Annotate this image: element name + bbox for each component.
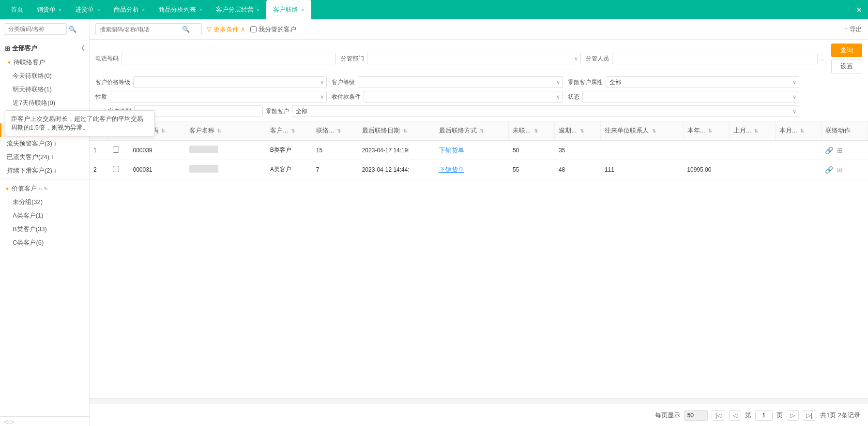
col-last-month[interactable]: 上月... ⇅ [729, 121, 775, 140]
search-input[interactable] [100, 26, 182, 33]
all-customers-title[interactable]: ⊞ 全部客户 《 [0, 41, 89, 56]
filter-pay-condition-input[interactable] [364, 91, 563, 103]
col-name[interactable]: 客户名称 ⇅ [185, 121, 266, 140]
filter-dept-input[interactable] [367, 53, 581, 64]
sidebar-item-declining[interactable]: 持续下滑客户(2) ℹ [0, 164, 89, 177]
edit-icon[interactable]: ○ ✎ [39, 186, 48, 192]
col-contact2[interactable]: 往来单位联系人 ⇅ [601, 121, 683, 140]
sort-this-year-icon[interactable]: ⇅ [708, 128, 712, 133]
td-checkbox-1[interactable] [109, 140, 129, 160]
sidebar-item-churn-warning[interactable]: 流失预警客户(3) ℹ [0, 137, 89, 150]
row1-checkbox[interactable] [113, 147, 119, 153]
sidebar-item-tomorrow[interactable]: 明天待联络(1) [0, 83, 89, 96]
td-type-1: B类客户 [266, 140, 312, 160]
value-arrow-icon: ▼ [5, 186, 10, 191]
sort-code-icon[interactable]: ⇅ [161, 128, 165, 133]
sort-contact-icon[interactable]: ⇅ [337, 128, 341, 133]
export-button[interactable]: ↑ 导出 [845, 25, 863, 34]
filter-level-input[interactable] [358, 76, 563, 88]
grid-icon-2[interactable]: ⊞ [837, 166, 843, 174]
window-close-icon[interactable]: ✕ [856, 5, 862, 15]
collapse-icon[interactable]: 《 [78, 44, 84, 53]
col-last-date[interactable]: 最后联络日期 ⇅ [358, 121, 435, 140]
nav-customer-contact[interactable]: 客户联络 × [266, 0, 311, 19]
close-customer-contact-icon[interactable]: × [301, 7, 304, 13]
nav-home[interactable]: 首页 [4, 0, 30, 19]
close-product-analysis-icon[interactable]: × [142, 7, 145, 13]
close-sales-icon[interactable]: × [59, 7, 61, 13]
group-pending-contact[interactable]: ▼ 待联络客户 [0, 56, 89, 69]
filter-retail-attr-input[interactable] [606, 76, 799, 88]
col-overdue[interactable]: 逾期... ⇅ [555, 121, 601, 140]
td-checkbox-2[interactable] [109, 160, 129, 179]
nav-product-analysis[interactable]: 商品分析 × [107, 0, 152, 19]
sort-this-month-icon[interactable]: ⇅ [800, 128, 804, 133]
filter-status-input[interactable] [582, 91, 799, 103]
filter-dept: 分管部门 ∨ [341, 53, 581, 64]
col-last-method[interactable]: 最后联络方式 ⇅ [435, 121, 509, 140]
sort-name-icon[interactable]: ⇅ [217, 128, 221, 133]
sidebar-item-class-a[interactable]: A类客户(1) [0, 209, 89, 222]
toolbar: 🔍 ▽ 更多条件 ∧ 我分管的客户 ↑ 导出 [90, 19, 868, 40]
page-number-input[interactable] [755, 410, 773, 421]
toolbar-search-icon[interactable]: 🔍 [182, 26, 190, 33]
query-button[interactable]: 查询 [831, 44, 862, 57]
sidebar-item-churned[interactable]: 已流失客户(24) ℹ [0, 150, 89, 164]
next-page-button[interactable]: ▷ [787, 410, 799, 421]
sidebar-search-input[interactable] [4, 23, 67, 35]
sort-overdue-icon[interactable]: ⇅ [580, 128, 584, 133]
filter-gender-input[interactable] [110, 91, 327, 103]
td-last-method-1[interactable]: 下销货单 [435, 140, 509, 160]
scrollbar-area[interactable] [90, 398, 868, 404]
filter-phone-input[interactable] [122, 53, 336, 64]
sidebar-item-7days[interactable]: 近7天待联络(0) [0, 96, 89, 110]
settings-button[interactable]: 设置 [831, 59, 862, 73]
td-last-method-2[interactable]: 下销货单 [435, 160, 509, 179]
first-page-button[interactable]: |◁ [712, 410, 725, 421]
col-contact[interactable]: 联络... ⇅ [312, 121, 358, 140]
filter-price-level-input[interactable] [133, 76, 327, 88]
sidebar-search-icon[interactable]: 🔍 [69, 26, 76, 33]
sort-contact2-icon[interactable]: ⇅ [652, 128, 656, 133]
row2-checkbox[interactable] [113, 166, 119, 172]
close-product-list-icon[interactable]: × [199, 7, 202, 13]
sidebar-item-today[interactable]: 今天待联络(0) [0, 69, 89, 83]
grid-icon-1[interactable]: ⊞ [837, 147, 843, 154]
sidebar-item-class-c[interactable]: C类客户(6) [0, 236, 89, 250]
link-icon-2[interactable]: 🔗 [825, 166, 833, 174]
filter-retail-customer-input[interactable] [292, 105, 799, 117]
sort-last-method-icon[interactable]: ⇅ [480, 128, 484, 133]
col-this-month[interactable]: 本月... ⇅ [775, 121, 821, 140]
td-this-month-1 [775, 140, 821, 160]
filter-pay-condition: 收付款条件 ∨ [332, 91, 563, 103]
value-customers-section[interactable]: ▼ 价值客户 ○ ✎ [0, 182, 89, 195]
my-customers-checkbox[interactable] [250, 26, 257, 32]
last-page-button[interactable]: ▷| [803, 410, 816, 421]
nav-product-list[interactable]: 商品分析列表 × [152, 0, 209, 19]
close-customer-tier-icon[interactable]: × [257, 7, 259, 13]
filter-person-input[interactable] [612, 53, 818, 64]
nav-customer-tier[interactable]: 客户分层经营 × [209, 0, 266, 19]
last-method-link-2[interactable]: 下销货单 [439, 166, 464, 173]
col-type[interactable]: 客户... ⇅ [266, 121, 312, 140]
more-conditions-btn[interactable]: ▽ 更多条件 ∧ [207, 25, 245, 34]
nav-purchase[interactable]: 进货单 × [68, 0, 107, 19]
link-icon-1[interactable]: 🔗 [825, 147, 833, 154]
td-last-date-2: 2023-04-12 14:44: [358, 160, 435, 179]
sidebar-bottom-arrow[interactable]: ◁ ▷ [4, 418, 14, 425]
sidebar-item-class-b[interactable]: B类客户(33) [0, 222, 89, 236]
person-dots[interactable]: ... [818, 55, 826, 62]
sidebar-item-ungroup[interactable]: 未分组(32) [0, 195, 89, 209]
sort-last-month-icon[interactable]: ⇅ [754, 128, 758, 133]
sort-uncontacted-icon[interactable]: ⇅ [534, 128, 538, 133]
col-uncontacted[interactable]: 未联... ⇅ [509, 121, 555, 140]
close-purchase-icon[interactable]: × [97, 7, 100, 13]
col-this-year[interactable]: 本年... ⇅ [683, 121, 729, 140]
search-box: 🔍 [95, 23, 202, 35]
sort-last-date-icon[interactable]: ⇅ [403, 128, 407, 133]
last-method-link-1[interactable]: 下销货单 [439, 147, 464, 154]
prev-page-button[interactable]: ◁ [729, 410, 741, 421]
sort-type-icon[interactable]: ⇅ [291, 128, 295, 133]
per-page-select[interactable]: 50 100 200 [684, 410, 708, 421]
nav-sales[interactable]: 销货单 × [30, 0, 68, 19]
